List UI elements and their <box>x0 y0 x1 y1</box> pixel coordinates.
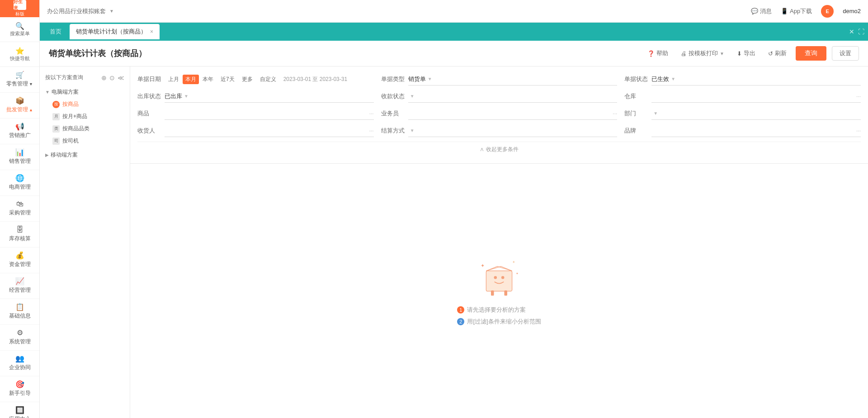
template-dropdown-icon[interactable]: ▼ <box>720 51 724 56</box>
period-btn-this-year[interactable]: 本年 <box>199 75 217 84</box>
sidebar-item-label-marketing: 营销推广 <box>9 132 31 139</box>
sidebar-item-inventory[interactable]: 🗄 库存核算 <box>0 222 39 247</box>
period-btn-more[interactable]: 更多 <box>238 75 256 84</box>
sidebar-item-sales[interactable]: 📊 销售管理 <box>0 144 39 170</box>
export-button[interactable]: ⬇ 导出 <box>733 48 759 59</box>
tree-parent-pc[interactable]: ▼ 电脑端方案 <box>40 86 130 98</box>
brand-more-icon[interactable]: ··· <box>856 128 861 134</box>
warehouse-more-icon[interactable]: ··· <box>856 93 861 100</box>
template-print-button[interactable]: 🖨 按模板打印 ▼ <box>677 48 728 59</box>
collapse-panel-icon[interactable]: ≪ <box>118 74 124 81</box>
query-button[interactable]: 查询 <box>796 46 826 61</box>
edit-scheme-icon[interactable]: ⊙ <box>109 74 115 81</box>
sidebar-item-appcenter[interactable]: 🔲 应用中心 <box>0 402 39 418</box>
filter-item-recipient: 收货人 ··· <box>137 124 374 137</box>
filter-area: 单据日期 上月 本月 本年 近7天 更多 自定义 2023-03-01 至 20… <box>130 66 868 164</box>
wh-status-input[interactable]: 已出库 ▼ <box>165 90 374 103</box>
sidebar-item-quicknav[interactable]: ⭐ 快捷导航 <box>0 42 39 67</box>
goods-more-icon[interactable]: ··· <box>369 110 374 117</box>
sidebar-item-guide[interactable]: 🎯 新手引导 <box>0 376 39 402</box>
tab-close-icon[interactable]: × <box>150 28 153 35</box>
tree-parent-mobile[interactable]: ▶ 移动端方案 <box>40 149 130 161</box>
settings-button[interactable]: 设置 <box>832 46 859 61</box>
page-header: 销货单统计计表（按商品） ❓ 帮助 🖨 按模板打印 ▼ ⬇ 导出 ↺ 刷新 查询… <box>40 41 868 66</box>
sidebar-item-wholesale[interactable]: 📦 批发管理 ▲ <box>0 93 39 119</box>
sidebar-item-base[interactable]: 📋 基础信息 <box>0 299 39 325</box>
scheme-icon-category: 类 <box>52 125 60 133</box>
sidebar-item-ecom[interactable]: 🌐 电商管理 <box>0 170 39 196</box>
help-button[interactable]: ❓ 帮助 <box>644 48 672 59</box>
avatar[interactable]: E <box>821 5 834 18</box>
left-panel-header: 按以下方案查询 ⊕ ⊙ ≪ <box>40 71 130 84</box>
goods-input[interactable]: ··· <box>165 107 374 120</box>
payment-status-input[interactable]: ▼ <box>408 90 618 103</box>
sidebar-item-ops[interactable]: 📈 经营管理 <box>0 273 39 299</box>
payment-status-dropdown-icon[interactable]: ▼ <box>410 94 415 99</box>
doctype-dropdown-icon[interactable]: ▼ <box>428 76 432 81</box>
recipient-label: 收货人 <box>137 127 161 135</box>
doctype-input[interactable]: 销货单 ▼ <box>408 73 618 86</box>
top-header: 办公用品行业模拟账套 ▼ 💬 消息 📱 App下载 E demo2 <box>40 0 868 23</box>
sidebar-item-label-wholesale: 批发管理 <box>6 106 28 114</box>
tree-child-by-goods[interactable]: 按 按商品 <box>47 98 130 110</box>
sidebar-item-search[interactable]: 🔍 搜索菜单 <box>0 17 39 42</box>
brand-input[interactable]: ··· <box>651 124 861 137</box>
warehouse-input[interactable]: ··· <box>651 90 861 103</box>
period-btn-7days[interactable]: 近7天 <box>217 75 238 84</box>
inventory-icon: 🗄 <box>16 226 24 233</box>
message-action[interactable]: 💬 消息 <box>751 7 772 15</box>
export-icon: ⬇ <box>737 50 742 57</box>
sidebar-item-system[interactable]: ⚙ 系统管理 <box>0 325 39 351</box>
sidebar-item-label-system: 系统管理 <box>9 338 31 346</box>
period-btn-this-month[interactable]: 本月 <box>183 75 199 84</box>
filter-row-3: 商品 ··· 业务员 ··· 部门 <box>137 107 861 120</box>
refresh-button[interactable]: ↺ 刷新 <box>764 48 790 59</box>
department-label: 部门 <box>624 109 648 118</box>
window-close-icon[interactable]: ✕ <box>849 28 854 35</box>
tree-child-by-category[interactable]: 类 按商品品类 <box>47 123 130 135</box>
wh-status-value: 已出库 <box>165 92 182 100</box>
docstatus-input[interactable]: 已生效 ▼ <box>651 73 861 86</box>
tab-home[interactable]: 首页 <box>43 24 68 39</box>
tree-parent-label-mobile: 移动端方案 <box>51 151 78 159</box>
wh-status-dropdown-icon[interactable]: ▼ <box>184 94 189 99</box>
sidebar-item-purchase[interactable]: 🛍 采购管理 <box>0 196 39 222</box>
filter-row-4: 收货人 ··· 结算方式 ▼ 品牌 <box>137 124 861 137</box>
collapse-bar[interactable]: ∧ 收起更多条件 <box>137 142 861 157</box>
department-input[interactable]: ▼ <box>651 107 861 120</box>
sidebar-item-finance[interactable]: 💰 资金管理 <box>0 247 39 273</box>
tabs-bar: 首页 销货单统计计划（按商品） × ✕ ⛶ <box>40 23 868 41</box>
tree-child-by-driver[interactable]: 司 按司机 <box>47 135 130 147</box>
sidebar-item-retail[interactable]: 🛒 零售管理 ▼ <box>0 67 39 93</box>
period-btn-custom[interactable]: 自定义 <box>256 75 280 84</box>
add-scheme-icon[interactable]: ⊕ <box>101 74 107 81</box>
tip-num-1: 1 <box>457 306 464 314</box>
tab-sales-stats[interactable]: 销货单统计计划（按商品） × <box>70 24 160 39</box>
filter-item-department: 部门 ▼ <box>624 107 861 120</box>
app-download-label: App下载 <box>790 7 812 15</box>
settlement-input[interactable]: ▼ <box>408 124 618 137</box>
window-expand-icon[interactable]: ⛶ <box>858 28 864 35</box>
salesperson-more-icon[interactable]: ··· <box>613 110 617 117</box>
sidebar-item-corp[interactable]: 👥 企业协同 <box>0 351 39 376</box>
recipient-input[interactable]: ··· <box>165 124 374 137</box>
salesperson-input[interactable]: ··· <box>408 107 618 120</box>
app-download-action[interactable]: 📱 App下载 <box>781 7 812 15</box>
department-dropdown-icon[interactable]: ▼ <box>653 111 658 116</box>
message-label: 消息 <box>760 7 772 15</box>
empty-tip-2-text: 用[过滤]条件来缩小分析范围 <box>467 318 541 326</box>
empty-state: ✦ ✦ ✦ 1 请先选择要分析的方案 2 用[过滤]条 <box>130 164 868 418</box>
settlement-dropdown-icon[interactable]: ▼ <box>410 128 415 133</box>
sidebar-item-label-search: 搜索菜单 <box>0 30 39 37</box>
page-title: 销货单统计计表（按商品） <box>49 48 146 59</box>
docstatus-dropdown-icon[interactable]: ▼ <box>671 76 675 81</box>
message-icon: 💬 <box>751 8 758 14</box>
sidebar-item-label-ops: 经营管理 <box>9 286 31 294</box>
tree-child-by-month-goods[interactable]: 月 按月+商品 <box>47 110 130 123</box>
industry-label: 办公用品行业模拟账套 <box>47 7 106 15</box>
industry-dropdown-icon[interactable]: ▼ <box>109 9 114 14</box>
sidebar-item-label-inventory: 库存核算 <box>9 235 31 242</box>
recipient-more-icon[interactable]: ··· <box>369 128 374 134</box>
sidebar-item-marketing[interactable]: 📢 营销推广 <box>0 119 39 144</box>
period-btn-last-month[interactable]: 上月 <box>165 75 183 84</box>
